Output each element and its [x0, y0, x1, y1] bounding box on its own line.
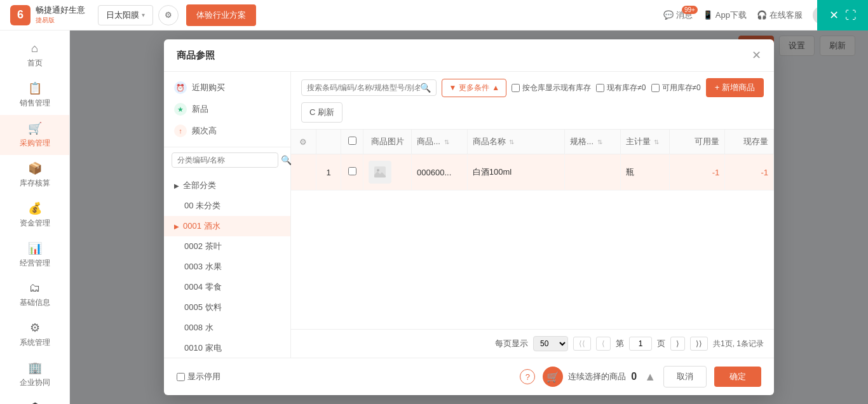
select-all-checkbox[interactable]	[348, 137, 356, 145]
maximize-icon[interactable]: ⛶	[845, 9, 857, 22]
cancel-button[interactable]: 取消	[663, 366, 707, 387]
checkbox-nonzero-stock[interactable]: 现有库存≠0	[596, 83, 646, 93]
quick-filter-new[interactable]: ★ 新品	[164, 98, 290, 120]
table-col-code[interactable]: 商品... ⇅	[412, 130, 468, 154]
warehouse-stock-checkbox[interactable]	[512, 84, 520, 92]
category-search-button[interactable]: 🔍	[281, 155, 292, 165]
collapse-icon[interactable]: ▲	[644, 370, 656, 384]
category-item-0008[interactable]: 0008 水	[164, 318, 290, 338]
table-row[interactable]: 1	[291, 154, 774, 191]
row-checkbox[interactable]	[348, 167, 356, 175]
chevron-down-icon: ▾	[142, 11, 145, 18]
page-size-select[interactable]: 50 10 20 100	[533, 336, 568, 351]
sort-icon: ⇅	[509, 138, 514, 145]
teal-accent-area: ✕ ⛶	[817, 0, 868, 30]
confirm-button[interactable]: 确定	[714, 367, 761, 387]
close-icon[interactable]: ✕	[829, 8, 839, 22]
row-unit: 瓶	[620, 154, 669, 191]
svg-point-1	[377, 169, 379, 172]
sidebar-item-capital[interactable]: 💰 资金管理	[0, 195, 69, 235]
product-table: ⚙ 商品图片	[291, 130, 774, 191]
logo-sub: 捷易版	[36, 16, 85, 25]
table-col-spec[interactable]: 规格... ⇅	[565, 130, 621, 154]
modal-body: ⏰ 近期购买 ★ 新品 ↑ 频次高	[164, 72, 774, 358]
row-avail: -1	[669, 154, 725, 191]
checkbox-avail-stock[interactable]: 可用库存≠0	[651, 83, 701, 93]
online-service-nav-item[interactable]: 🎧 在线客服	[757, 10, 803, 21]
filter-icon: ▼	[449, 83, 456, 92]
store-selector[interactable]: 日太阳膜 ▾	[98, 5, 153, 25]
row-img	[363, 154, 412, 191]
sidebar-item-basic[interactable]: 🗂 基础信息	[0, 275, 69, 314]
product-image	[369, 161, 391, 184]
sort-icon: ⇅	[654, 138, 659, 145]
category-item-0010[interactable]: 0010 家电	[164, 338, 290, 353]
product-search-input[interactable]	[307, 83, 420, 92]
avail-stock-checkbox[interactable]	[651, 84, 660, 92]
category-item-0003[interactable]: 0003 水果	[164, 257, 290, 277]
row-check[interactable]	[341, 154, 363, 191]
prev-page-button[interactable]: ⟨	[596, 337, 611, 351]
modal-header: 商品参照 ✕	[164, 39, 774, 72]
clock-icon: ⏰	[174, 81, 187, 94]
main-layout: ⌂ 首页 📋 销售管理 🛒 采购管理 📦 库存核算 💰 资金管理 📊 经营管理 …	[0, 30, 868, 404]
table-col-unit[interactable]: 主计量 ⇅	[620, 130, 669, 154]
show-disabled-checkbox[interactable]	[177, 373, 185, 381]
page-number-input[interactable]	[629, 337, 652, 351]
active-caret-icon: ▶	[174, 223, 179, 230]
search-bar: 🔍	[301, 79, 437, 96]
app-download-nav-item[interactable]: 📱 App下载	[703, 10, 747, 21]
messages-nav-item[interactable]: 💬 消息 99+	[663, 10, 693, 21]
search-icon[interactable]: 🔍	[420, 83, 431, 93]
modal-close-button[interactable]: ✕	[752, 48, 761, 62]
business-icon: 📊	[28, 241, 42, 255]
footer-right: ? 🛒 连续选择的商品 0 ▲ 取消 确定	[520, 366, 761, 387]
sidebar-item-inventory[interactable]: 📦 库存核算	[0, 155, 69, 195]
category-item-all[interactable]: ▶ 全部分类	[164, 175, 290, 196]
right-panel: 🔍 ▼ 更多条件 ▲ 按仓库显示现有库存	[291, 72, 774, 358]
first-page-button[interactable]: ⟨⟨	[573, 337, 591, 351]
nonzero-stock-checkbox[interactable]	[596, 84, 604, 92]
sidebar-item-business[interactable]: 📊 经营管理	[0, 235, 69, 275]
help-icon[interactable]: ?	[520, 369, 535, 384]
checkbox-warehouse-stock[interactable]: 按仓库显示现有库存	[512, 83, 591, 93]
left-panel: ⏰ 近期购买 ★ 新品 ↑ 频次高	[164, 72, 291, 358]
message-icon: 💬	[663, 10, 674, 20]
sidebar-item-home[interactable]: ⌂ 首页	[0, 36, 69, 75]
system-icon: ⚙	[30, 321, 40, 335]
next-page-button[interactable]: ⟩	[670, 337, 685, 351]
table-col-name[interactable]: 商品名称 ⇅	[467, 130, 564, 154]
product-table-wrap: ⚙ 商品图片	[291, 130, 774, 329]
try-industry-button[interactable]: 体验行业方案	[186, 4, 256, 26]
category-item-00[interactable]: 00 未分类	[164, 196, 290, 216]
table-col-img: 商品图片	[363, 130, 412, 154]
product-reference-modal: 商品参照 ✕ ⏰ 近期购买 ★	[164, 39, 774, 395]
category-item-0005[interactable]: 0005 饮料	[164, 297, 290, 318]
quick-filter-recent[interactable]: ⏰ 近期购买	[164, 77, 290, 98]
table-col-settings[interactable]: ⚙	[291, 130, 316, 154]
last-page-button[interactable]: ⟩⟩	[690, 337, 708, 351]
messages-badge: 99+	[682, 6, 698, 14]
more-filter-button[interactable]: ▼ 更多条件 ▲	[442, 79, 506, 97]
logo-area: 6 畅捷通好生意 捷易版	[10, 5, 85, 25]
add-product-button[interactable]: + 新增商品	[706, 78, 764, 97]
category-item-0001[interactable]: ▶ 0001 酒水	[164, 216, 290, 236]
row-spec	[565, 154, 621, 191]
chevron-up-icon: ▲	[492, 83, 499, 92]
refresh-button[interactable]: C 刷新	[301, 102, 342, 123]
table-col-check	[341, 130, 363, 154]
table-col-avail: 可用量	[669, 130, 725, 154]
sidebar-item-enterprise[interactable]: 🏢 企业协同	[0, 354, 69, 394]
sidebar-item-system[interactable]: ⚙ 系统管理	[0, 314, 69, 354]
settings-icon[interactable]: ⚙	[158, 5, 179, 25]
headset-icon: 🎧	[757, 10, 767, 20]
category-item-0002[interactable]: 0002 茶叶	[164, 236, 290, 257]
show-disabled-checkbox-area[interactable]: 显示停用	[177, 371, 220, 382]
category-search-input[interactable]	[172, 152, 278, 168]
sidebar-item-sales[interactable]: 📋 销售管理	[0, 75, 69, 115]
category-item-0004[interactable]: 0004 零食	[164, 277, 290, 297]
sidebar-item-newbie[interactable]: 🎓 新手引导	[0, 394, 69, 404]
quick-filter-frequent[interactable]: ↑ 频次高	[164, 120, 290, 142]
sidebar-item-purchase[interactable]: 🛒 采购管理	[0, 115, 69, 155]
top-navbar: 6 畅捷通好生意 捷易版 日太阳膜 ▾ ⚙ 体验行业方案 💬 消息 99+ 📱 …	[0, 0, 868, 30]
